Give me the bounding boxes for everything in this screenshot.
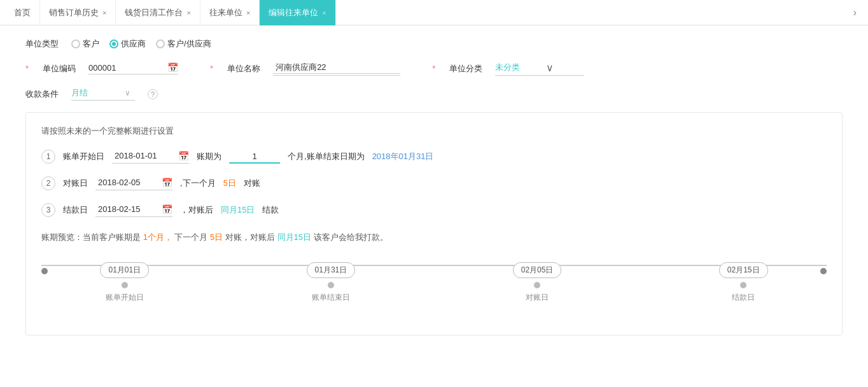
card-title: 请按照未来的一个完整帐期进行设置 xyxy=(41,125,827,137)
step2-label: 对账日 xyxy=(63,178,88,189)
step1-calendar-icon[interactable]: 📅 xyxy=(178,151,189,161)
timeline-node-1: 01月01日 账单开始日 xyxy=(100,262,149,303)
tl-label-3: 对账日 xyxy=(526,292,549,303)
tl-label-1: 账单开始日 xyxy=(106,292,144,303)
unit-info-row: * 单位编码 📅 * 单位名称 * 单位分类 未分类 ∨ xyxy=(25,61,843,76)
payment-terms-row: 收款条件 月结 ∨ ? xyxy=(25,87,843,101)
main-content: 单位类型 客户 供应商 客户/供应商 * 单位编码 📅 * 单位名称 xyxy=(0,25,868,387)
unit-type-row: 单位类型 客户 供应商 客户/供应商 xyxy=(25,38,843,50)
tab-home[interactable]: 首页 xyxy=(5,0,40,25)
step1-end-date: 2018年01月31日 xyxy=(372,151,434,162)
timeline-end-dot xyxy=(820,262,827,274)
radio-supplier-circle xyxy=(109,39,118,48)
timeline-node-2: 01月31日 账单结束日 xyxy=(307,262,356,303)
timeline-node-4: 02月15日 结款日 xyxy=(719,262,768,303)
timeline: 01月01日 账单开始日 01月31日 账单结束日 02月05日 对账日 xyxy=(41,256,827,322)
unit-category-select[interactable]: 未分类 ∨ xyxy=(495,62,584,76)
period-settings-card: 请按照未来的一个完整帐期进行设置 1 账单开始日 📅 账期为 个月,账单结束日期… xyxy=(25,112,843,335)
payment-terms-arrow: ∨ xyxy=(125,88,130,97)
payment-terms-select[interactable]: 月结 ∨ xyxy=(71,87,135,101)
tl-badge-4: 02月15日 xyxy=(719,262,768,278)
close-cash-work[interactable]: × xyxy=(186,9,190,17)
payment-terms-label: 收款条件 xyxy=(25,88,59,100)
step3-day-highlight: 同月15日 xyxy=(221,204,255,216)
step2-date-input[interactable] xyxy=(95,176,159,188)
preview-text-row: 账期预览：当前客户账期是 1个月， 下一个月 5日 对账，对账后 同月15日 该… xyxy=(41,230,827,244)
step1-num: 1 xyxy=(41,150,55,164)
unit-code-wrapper: 📅 xyxy=(88,62,178,74)
step3-row: 3 结款日 📅 ，对账后 同月15日 结款 xyxy=(41,203,827,217)
step3-date-input[interactable] xyxy=(95,203,159,215)
step3-calendar-icon[interactable]: 📅 xyxy=(162,204,172,215)
unit-code-label: 单位编码 xyxy=(43,63,76,74)
tl-label-2: 账单结束日 xyxy=(312,292,350,303)
step2-calendar-icon[interactable]: 📅 xyxy=(162,178,172,188)
unit-code-icon[interactable]: 📅 xyxy=(167,62,178,73)
tab-partner[interactable]: 往来单位 × xyxy=(200,0,260,25)
unit-name-wrapper xyxy=(273,61,400,76)
step1-period-unit: 个月,账单结束日期为 xyxy=(288,151,365,162)
close-edit-partner[interactable]: × xyxy=(322,9,326,17)
step1-period-label: 账期为 xyxy=(197,151,221,162)
payment-terms-help[interactable]: ? xyxy=(148,89,158,99)
step3-date-wrapper: 📅 xyxy=(95,203,172,217)
step2-day-highlight: 5日 xyxy=(223,178,236,189)
tab-cash-work[interactable]: 钱货日清工作台 × xyxy=(116,0,200,25)
unit-name-label: 单位名称 xyxy=(227,63,260,74)
tl-badge-3: 02月05日 xyxy=(513,262,562,278)
unit-name-input[interactable] xyxy=(273,61,400,74)
step1-period-input[interactable] xyxy=(229,150,280,164)
preview-period: 1个月， xyxy=(143,232,172,242)
tabs-more-arrow[interactable]: › xyxy=(847,7,863,18)
step2-num: 2 xyxy=(41,176,55,190)
close-sales-history[interactable]: × xyxy=(102,9,106,17)
step1-row: 1 账单开始日 📅 账期为 个月,账单结束日期为 2018年01月31日 xyxy=(41,150,827,164)
tab-sales-history[interactable]: 销售订单历史 × xyxy=(40,0,116,25)
step2-row: 2 对账日 📅 ,下一个月 5日 对账 xyxy=(41,176,827,190)
timeline-node-3: 02月05日 对账日 xyxy=(513,262,562,303)
unit-category-value: 未分类 xyxy=(495,62,546,73)
tl-badge-2: 01月31日 xyxy=(307,262,356,278)
radio-customer-circle xyxy=(71,39,80,48)
step3-num: 3 xyxy=(41,203,55,217)
tabs-bar: 首页 销售订单历史 × 钱货日清工作台 × 往来单位 × 编辑往来单位 × › xyxy=(0,0,868,25)
tab-edit-partner[interactable]: 编辑往来单位 × xyxy=(260,0,335,25)
tl-badge-1: 01月01日 xyxy=(100,262,149,278)
close-partner[interactable]: × xyxy=(246,9,250,17)
radio-both-circle xyxy=(156,39,165,48)
preview-reconcile-day: 5日 xyxy=(210,232,223,242)
preview-payment-day: 同月15日 xyxy=(277,232,311,242)
radio-customer[interactable]: 客户 xyxy=(71,38,99,50)
tl-label-4: 结款日 xyxy=(732,292,755,303)
step1-label: 账单开始日 xyxy=(63,151,104,162)
step1-date-input[interactable] xyxy=(112,150,176,162)
unit-type-radio-group: 客户 供应商 客户/供应商 xyxy=(71,38,211,50)
unit-category-arrow: ∨ xyxy=(546,62,554,74)
unit-code-input[interactable] xyxy=(88,63,165,73)
step3-label: 结款日 xyxy=(63,204,88,216)
radio-supplier[interactable]: 供应商 xyxy=(109,38,146,50)
step2-date-wrapper: 📅 xyxy=(95,176,172,190)
unit-category-label: 单位分类 xyxy=(449,63,482,74)
step1-date-wrapper: 📅 xyxy=(112,150,189,164)
radio-both[interactable]: 客户/供应商 xyxy=(156,38,211,50)
unit-type-label: 单位类型 xyxy=(25,38,59,50)
payment-terms-value: 月结 xyxy=(71,87,122,99)
timeline-start-dot xyxy=(41,262,48,274)
